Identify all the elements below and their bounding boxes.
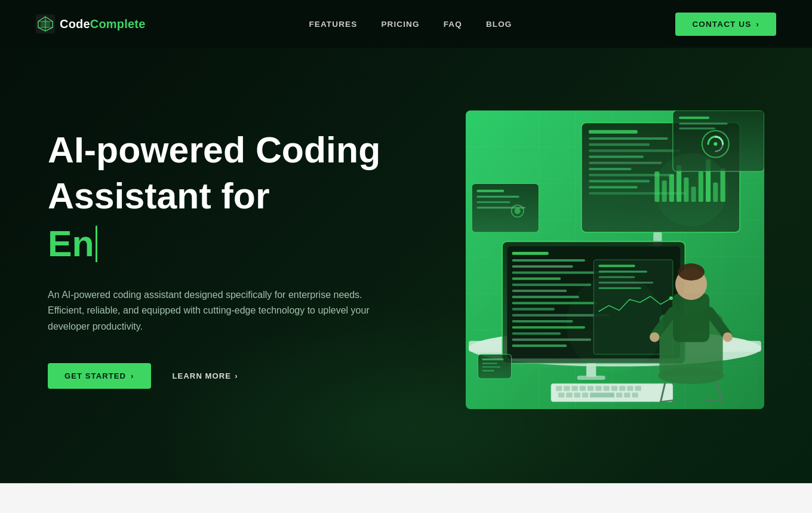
contact-us-button[interactable]: CONTACT US › xyxy=(675,13,776,36)
svg-point-108 xyxy=(678,263,705,281)
svg-rect-24 xyxy=(589,143,650,146)
svg-rect-66 xyxy=(512,320,573,322)
nav-faq[interactable]: FAQ xyxy=(444,20,462,29)
svg-rect-48 xyxy=(679,127,715,129)
svg-rect-62 xyxy=(512,296,579,298)
svg-point-77 xyxy=(669,296,673,300)
svg-rect-97 xyxy=(616,392,622,397)
svg-rect-121 xyxy=(482,358,504,360)
nav-blog[interactable]: BLOG xyxy=(486,20,512,29)
svg-rect-85 xyxy=(588,386,593,391)
svg-rect-68 xyxy=(512,332,561,334)
bottom-strip xyxy=(0,483,812,513)
hero-title-line2: Assistant for xyxy=(48,176,442,216)
svg-rect-87 xyxy=(604,386,610,391)
svg-rect-122 xyxy=(482,363,498,364)
svg-rect-28 xyxy=(589,167,631,170)
hero-illustration-svg xyxy=(466,110,764,409)
svg-rect-60 xyxy=(512,283,592,285)
svg-rect-22 xyxy=(589,130,638,133)
svg-rect-61 xyxy=(512,290,567,292)
svg-rect-55 xyxy=(512,251,549,254)
nav-pricing[interactable]: PRICING xyxy=(381,20,419,29)
svg-rect-120 xyxy=(478,354,511,379)
svg-rect-114 xyxy=(476,189,504,192)
get-started-button[interactable]: GET STARTED › xyxy=(48,363,151,389)
svg-rect-70 xyxy=(512,344,567,346)
logo-text: CodeComplete xyxy=(60,17,146,31)
svg-rect-23 xyxy=(589,137,668,139)
contact-chevron-icon: › xyxy=(756,20,759,29)
svg-rect-25 xyxy=(589,149,680,152)
nav-links: FEATURES PRICING FAQ BLOG xyxy=(309,19,512,29)
learn-more-button[interactable]: LEARN MORE › xyxy=(170,363,241,389)
svg-rect-94 xyxy=(574,392,580,397)
svg-rect-46 xyxy=(679,116,709,119)
svg-point-126 xyxy=(566,275,663,372)
svg-rect-30 xyxy=(589,180,650,182)
svg-rect-123 xyxy=(482,366,501,367)
svg-rect-90 xyxy=(627,386,633,391)
svg-rect-31 xyxy=(589,186,638,188)
hero-section: AI-powered Coding Assistant for En An AI… xyxy=(0,48,812,483)
svg-rect-57 xyxy=(512,265,573,268)
svg-point-105 xyxy=(658,367,724,384)
logo-icon xyxy=(36,14,55,33)
svg-rect-91 xyxy=(635,386,641,391)
hero-actions: GET STARTED › LEARN MORE › xyxy=(48,363,442,389)
svg-rect-89 xyxy=(619,386,625,391)
svg-rect-95 xyxy=(582,392,588,397)
hero-title-line1: AI-powered Coding xyxy=(48,130,442,170)
svg-rect-64 xyxy=(512,308,555,310)
svg-rect-84 xyxy=(580,386,586,391)
svg-rect-93 xyxy=(566,392,572,397)
svg-rect-83 xyxy=(572,386,578,391)
svg-rect-56 xyxy=(512,259,585,261)
svg-point-119 xyxy=(515,208,521,214)
svg-rect-96 xyxy=(590,392,614,397)
svg-rect-86 xyxy=(595,386,601,391)
svg-rect-106 xyxy=(673,293,709,342)
svg-rect-124 xyxy=(482,370,494,371)
svg-rect-92 xyxy=(558,392,564,397)
hero-content: AI-powered Coding Assistant for En An AI… xyxy=(48,130,442,389)
navigation: CodeComplete FEATURES PRICING FAQ BLOG C… xyxy=(0,0,812,48)
hero-description: An AI-powered coding assistant designed … xyxy=(48,287,394,334)
svg-rect-88 xyxy=(611,386,617,391)
svg-rect-98 xyxy=(624,392,630,397)
svg-point-112 xyxy=(723,332,733,342)
learn-more-chevron-icon: › xyxy=(235,371,238,380)
svg-rect-79 xyxy=(577,375,605,379)
hero-image xyxy=(466,110,764,409)
typing-cursor xyxy=(96,226,97,262)
logo[interactable]: CodeComplete xyxy=(36,14,146,33)
svg-rect-47 xyxy=(679,122,728,124)
svg-rect-99 xyxy=(632,392,638,397)
svg-rect-115 xyxy=(476,195,519,197)
svg-rect-82 xyxy=(564,386,570,391)
svg-rect-59 xyxy=(512,277,561,279)
hero-typed-text: En xyxy=(48,222,442,266)
svg-rect-116 xyxy=(476,201,510,203)
svg-rect-81 xyxy=(556,386,562,391)
nav-features[interactable]: FEATURES xyxy=(309,20,357,29)
hero-illustration xyxy=(466,110,764,409)
svg-point-125 xyxy=(654,153,727,226)
svg-point-50 xyxy=(713,142,717,146)
svg-rect-73 xyxy=(598,271,647,272)
svg-rect-26 xyxy=(589,155,644,158)
svg-rect-72 xyxy=(598,265,635,267)
svg-rect-58 xyxy=(512,271,604,274)
svg-rect-27 xyxy=(589,161,662,164)
get-started-chevron-icon: › xyxy=(131,371,134,380)
